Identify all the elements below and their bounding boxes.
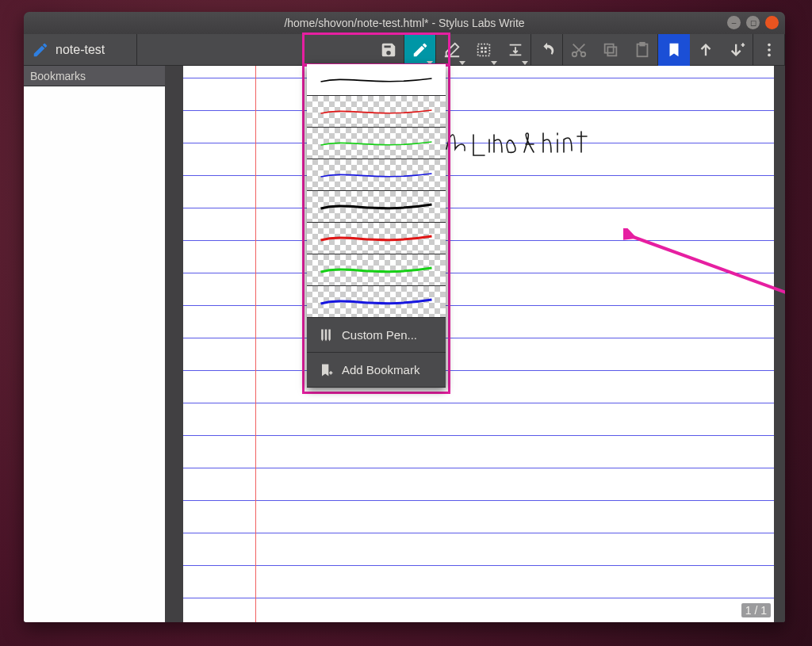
page-counter: 1 / 1 — [741, 603, 771, 617]
dropdown-icon — [459, 61, 465, 65]
canvas-area: to Linuxhint 1 / 1 — [165, 66, 785, 622]
paper-canvas[interactable]: to Linuxhint — [183, 66, 774, 622]
pen-tool-button[interactable] — [404, 34, 436, 66]
pen-swatch-5[interactable] — [307, 223, 446, 254]
paste-button[interactable] — [626, 34, 658, 66]
close-button[interactable] — [765, 16, 779, 29]
prev-page-button[interactable] — [690, 34, 722, 66]
select-icon — [475, 41, 492, 59]
handwriting-stroke — [445, 125, 619, 165]
svg-line-14 — [631, 236, 785, 300]
window-title: /home/shovon/note-test.html* - Stylus La… — [284, 17, 524, 29]
bookmark-button[interactable] — [658, 34, 690, 66]
document-tab-label: note-test — [56, 43, 105, 57]
select-tool-button[interactable] — [468, 34, 500, 66]
undo-icon — [538, 41, 556, 59]
svg-rect-7 — [607, 47, 616, 55]
arrow-up-icon — [697, 41, 714, 59]
overflow-menu-button[interactable] — [753, 34, 785, 66]
pen-swatch-2[interactable] — [307, 128, 446, 159]
svg-point-13 — [768, 53, 771, 56]
next-page-button[interactable] — [722, 34, 753, 66]
insert-space-button[interactable] — [500, 34, 531, 66]
pen-swatch-7[interactable] — [307, 286, 446, 318]
pens-icon — [318, 327, 334, 343]
pen-swatch-0[interactable] — [307, 64, 446, 96]
toolbar: note-test — [24, 34, 785, 66]
menu-dots-icon — [760, 41, 778, 59]
annotation-arrow — [623, 228, 785, 308]
app-window: /home/shovon/note-test.html* - Stylus La… — [24, 12, 785, 622]
cut-icon — [570, 41, 588, 59]
svg-rect-4 — [485, 50, 487, 52]
copy-icon — [602, 41, 619, 59]
bookmark-add-icon — [318, 362, 334, 378]
pen-icon — [412, 41, 429, 59]
pen-swatch-4[interactable] — [307, 191, 446, 223]
cut-button[interactable] — [563, 34, 595, 66]
add-bookmark-label: Add Bookmark — [342, 363, 419, 377]
document-tab[interactable]: note-test — [24, 34, 137, 66]
custom-pen-item[interactable]: Custom Pen... — [307, 318, 446, 353]
arrow-down-plus-icon — [729, 41, 746, 59]
undo-button[interactable] — [531, 34, 563, 66]
pencil-icon — [32, 41, 49, 59]
svg-point-5 — [573, 52, 577, 56]
sidebar-header: Bookmarks — [24, 66, 165, 86]
save-icon — [380, 41, 397, 59]
eraser-tool-button[interactable] — [436, 34, 468, 66]
dropdown-icon — [522, 61, 528, 65]
svg-rect-0 — [478, 44, 490, 55]
title-bar: /home/shovon/note-test.html* - Stylus La… — [24, 12, 785, 34]
save-button[interactable] — [373, 34, 404, 66]
bookmarks-list[interactable] — [24, 86, 165, 622]
eraser-icon — [443, 41, 461, 59]
pen-dropdown: Custom Pen... Add Bookmark — [307, 64, 446, 388]
add-bookmark-item[interactable]: Add Bookmark — [307, 353, 446, 388]
svg-point-12 — [768, 48, 771, 52]
svg-rect-10 — [640, 42, 645, 45]
pen-swatch-6[interactable] — [307, 254, 446, 286]
dropdown-icon — [491, 61, 497, 65]
pen-swatch-3[interactable] — [307, 159, 446, 191]
window-controls: – ◻ — [727, 16, 779, 29]
insert-space-icon — [507, 41, 524, 59]
svg-rect-2 — [485, 47, 487, 49]
copy-button[interactable] — [595, 34, 626, 66]
svg-point-11 — [768, 43, 771, 46]
minimize-button[interactable]: – — [727, 16, 741, 29]
custom-pen-label: Custom Pen... — [342, 328, 417, 342]
bookmark-icon — [665, 41, 683, 59]
pen-swatch-1[interactable] — [307, 96, 446, 128]
maximize-button[interactable]: ◻ — [746, 16, 760, 29]
svg-rect-1 — [481, 47, 483, 49]
svg-point-6 — [581, 52, 586, 56]
sidebar: Bookmarks — [24, 66, 165, 622]
svg-rect-8 — [605, 44, 614, 52]
paste-icon — [634, 41, 651, 59]
svg-rect-3 — [481, 50, 483, 52]
